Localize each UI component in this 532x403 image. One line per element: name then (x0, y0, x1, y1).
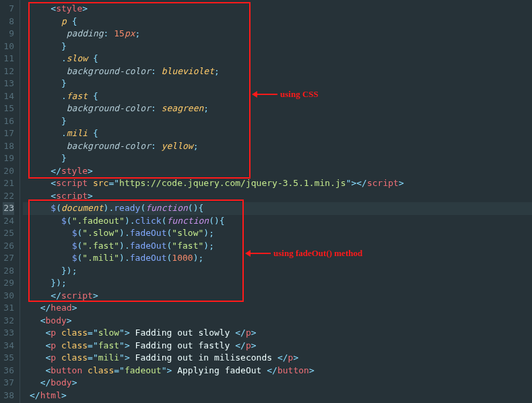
code-line[interactable]: .mili { (23, 127, 532, 140)
code-line[interactable]: }); (23, 277, 532, 290)
line-number: 31 (3, 302, 14, 315)
line-number: 34 (3, 340, 14, 352)
line-number: 20 (3, 165, 14, 178)
code-line[interactable]: <script> (23, 190, 532, 203)
line-number: 10 (3, 40, 14, 53)
line-number: 14 (3, 90, 14, 103)
code-line[interactable]: $(document).ready(function(){ (23, 202, 532, 215)
code-line[interactable]: background-color: blueviolet; (23, 65, 532, 78)
line-number: 29 (3, 277, 14, 290)
code-line[interactable]: .slow { (23, 53, 532, 65)
code-line[interactable]: .fast { (23, 90, 532, 103)
line-number: 26 (3, 240, 14, 253)
code-line[interactable]: </style> (23, 165, 532, 178)
code-line[interactable]: </body> (23, 377, 532, 390)
line-number: 8 (3, 16, 14, 28)
line-number: 9 (3, 28, 14, 40)
code-line[interactable]: } (23, 115, 532, 128)
code-line[interactable]: <p class="fast"> Fadding out fastly </p> (23, 340, 532, 352)
line-number: 36 (3, 365, 14, 377)
line-number: 23 (3, 202, 14, 215)
line-number: 25 (3, 227, 14, 240)
code-line[interactable]: <p class="slow"> Fadding out slowly </p> (23, 327, 532, 340)
line-number: 13 (3, 78, 14, 90)
line-number: 16 (3, 115, 14, 128)
code-line[interactable]: </html> (23, 390, 532, 402)
code-line[interactable]: <button class="fadeout"> Applying fadeOu… (23, 365, 532, 377)
line-number: 7 (3, 3, 14, 16)
line-number: 18 (3, 140, 14, 153)
line-number: 15 (3, 102, 14, 115)
line-number: 11 (3, 53, 14, 65)
line-number: 35 (3, 352, 14, 365)
line-number: 37 (3, 377, 14, 390)
line-number: 22 (3, 190, 14, 203)
code-line[interactable]: $(".fadeout").click(function(){ (23, 215, 532, 228)
line-number: 27 (3, 252, 14, 265)
code-area[interactable]: <style> p { padding: 15px; } .slow { bac… (20, 0, 532, 403)
line-number: 28 (3, 265, 14, 278)
code-line[interactable]: } (23, 152, 532, 165)
code-line[interactable]: background-color: yellow; (23, 140, 532, 153)
code-line[interactable]: $(".fast").fadeOut("fast"); (23, 240, 532, 253)
code-editor[interactable]: 7891011121314151617181920212223242526272… (0, 0, 532, 403)
code-line[interactable]: </head> (23, 302, 532, 315)
code-line[interactable]: $(".slow").fadeOut("slow"); (23, 227, 532, 240)
line-number: 38 (3, 390, 14, 402)
code-line[interactable]: p { (23, 16, 532, 28)
code-line[interactable]: </script> (23, 290, 532, 303)
code-line[interactable]: padding: 15px; (23, 28, 532, 40)
code-line[interactable]: <p class="mili"> Fadding out in miliseco… (23, 352, 532, 365)
line-number: 32 (3, 315, 14, 328)
code-line[interactable]: } (23, 78, 532, 90)
line-number: 21 (3, 177, 14, 190)
line-number: 17 (3, 127, 14, 140)
line-number: 24 (3, 215, 14, 228)
code-line[interactable]: $(".mili").fadeOut(1000); (23, 252, 532, 265)
line-number: 30 (3, 290, 14, 303)
code-line[interactable]: }); (23, 265, 532, 278)
line-number: 12 (3, 65, 14, 78)
line-number: 19 (3, 152, 14, 165)
code-line[interactable]: <script src="https://code.jquery.com/jqu… (23, 177, 532, 190)
code-line[interactable]: } (23, 40, 532, 53)
code-line[interactable]: <style> (23, 3, 532, 16)
code-line[interactable]: background-color: seagreen; (23, 102, 532, 115)
line-number: 33 (3, 327, 14, 340)
code-line[interactable]: <body> (23, 315, 532, 328)
line-number-gutter: 7891011121314151617181920212223242526272… (0, 0, 20, 403)
